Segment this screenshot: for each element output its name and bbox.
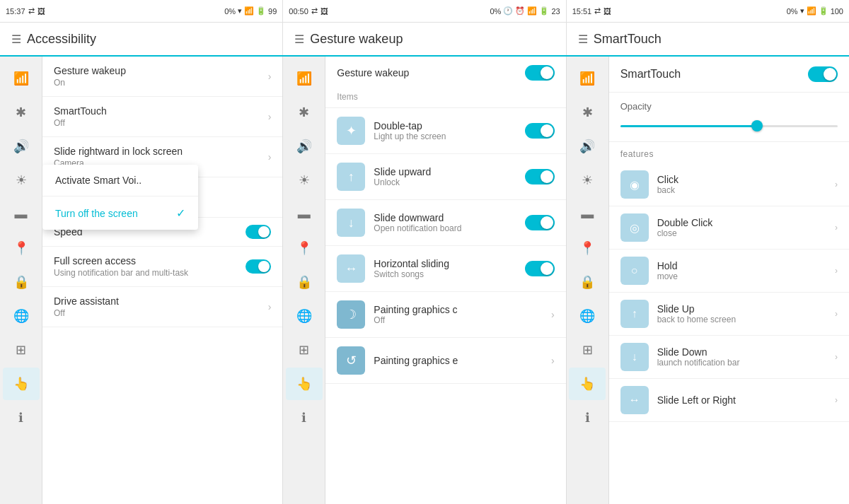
s-sidebar-location[interactable]: 📍 bbox=[569, 232, 606, 264]
g-sidebar-wifi[interactable]: 📶 bbox=[286, 62, 323, 95]
slider-track bbox=[620, 125, 838, 127]
slideup-title: Slide upward bbox=[374, 166, 516, 177]
time-smarttouch: 15:51 bbox=[572, 7, 592, 16]
sidebar-globe[interactable]: 🌐 bbox=[3, 300, 40, 332]
sidebar-location[interactable]: 📍 bbox=[3, 232, 40, 264]
sidebar-info[interactable]: ℹ bbox=[3, 402, 40, 434]
gesture-item-horizontal[interactable]: ↔ Horizontal sliding Switch songs bbox=[325, 246, 565, 292]
status-smarttouch: 15:51 ⇄ 🖼 0% ▾ 📶 🔋 100 bbox=[567, 0, 849, 22]
doubletap-toggle[interactable] bbox=[525, 123, 555, 139]
horizontal-title: Horizontal sliding bbox=[374, 258, 516, 269]
smart-item-slideup[interactable]: ↑ Slide Up back to home screen › bbox=[609, 293, 849, 336]
slider-fill bbox=[620, 125, 762, 127]
hamburger-icon-2[interactable]: ☰ bbox=[294, 33, 304, 46]
smart-item-dblclick[interactable]: ◎ Double Click close › bbox=[609, 206, 849, 250]
sidebar-bluetooth[interactable]: ✱ bbox=[3, 96, 40, 129]
paint-e-arrow: › bbox=[551, 355, 555, 366]
click-icon-box: ◉ bbox=[620, 170, 649, 199]
accessibility-list: Gesture wakeup On › SmartTouch Off › Sli… bbox=[42, 57, 282, 504]
smart-slidedown-icon-box: ↓ bbox=[620, 343, 649, 371]
alarm-icon: ⏰ bbox=[515, 6, 525, 16]
g-sidebar-lock[interactable]: 🔒 bbox=[286, 266, 323, 298]
slidedown-toggle[interactable] bbox=[525, 215, 555, 230]
g-sidebar-globe[interactable]: 🌐 bbox=[286, 300, 323, 332]
gesture-item-doubletap[interactable]: ✦ Double-tap Light up the screen bbox=[325, 108, 565, 154]
g-sidebar-brightness[interactable]: ☀ bbox=[286, 164, 323, 197]
sidebar-brightness[interactable]: ☀ bbox=[3, 164, 40, 197]
gesture-item-paint-c[interactable]: ☽ Painting graphics c Off › bbox=[325, 292, 565, 338]
sidebar-volume[interactable]: 🔊 bbox=[3, 130, 40, 163]
gesture-item-slideup[interactable]: ↑ Slide upward Unlock bbox=[325, 154, 565, 200]
g-sidebar-location[interactable]: 📍 bbox=[286, 232, 323, 264]
horizontal-icon-box: ↔ bbox=[337, 254, 365, 283]
smarttouch-content: SmartTouch Opacity features ◉ Click bac bbox=[609, 57, 849, 504]
opacity-slider[interactable] bbox=[620, 119, 838, 133]
s-sidebar-battery[interactable]: ▬ bbox=[569, 198, 606, 230]
g-sidebar-grid[interactable]: ⊞ bbox=[286, 334, 323, 366]
s-sidebar-volume[interactable]: 🔊 bbox=[569, 130, 606, 163]
s-sidebar-globe[interactable]: 🌐 bbox=[569, 300, 606, 332]
s-sidebar-bluetooth[interactable]: ✱ bbox=[569, 96, 606, 129]
sidebar-gesture[interactable]: 👆 bbox=[3, 368, 40, 400]
g-sidebar-info[interactable]: ℹ bbox=[286, 402, 323, 434]
list-item-drive[interactable]: Drive assistant Off › bbox=[42, 287, 282, 327]
photo-icon: 🖼 bbox=[37, 7, 45, 16]
smart-slidedown-title: Slide Down bbox=[657, 346, 826, 358]
speed-toggle[interactable] bbox=[246, 225, 271, 239]
battery-percent-1: 0% bbox=[224, 7, 236, 16]
battery-num-3: 100 bbox=[831, 7, 843, 16]
panel-smarttouch: 📶 ✱ 🔊 ☀ ▬ 📍 🔒 🌐 ⊞ 👆 ℹ SmartTouch Opacity bbox=[567, 57, 849, 504]
hamburger-icon-3[interactable]: ☰ bbox=[578, 33, 588, 46]
status-gesture: 00:50 ⇄ 🖼 0% 🕐 ⏰ 📶 🔋 23 bbox=[283, 0, 566, 22]
s-sidebar-wifi[interactable]: 📶 bbox=[569, 62, 606, 95]
smart-item-slidelr[interactable]: ↔ Slide Left or Right › bbox=[609, 379, 849, 422]
dropdown-item-turnoff[interactable]: Turn off the screen ✓ bbox=[42, 197, 198, 230]
battery-icon-1: 🔋 bbox=[256, 6, 266, 16]
status-accessibility: 15:37 ⇄ 🖼 0% ▾ 📶 🔋 99 bbox=[0, 0, 283, 22]
sidebar-grid[interactable]: ⊞ bbox=[3, 334, 40, 366]
fullscreen-toggle[interactable] bbox=[246, 259, 271, 274]
g-sidebar-volume[interactable]: 🔊 bbox=[286, 130, 323, 163]
list-item-smarttouch[interactable]: SmartTouch Off › bbox=[42, 97, 282, 137]
s-sidebar-grid[interactable]: ⊞ bbox=[569, 334, 606, 366]
gesture-wakeup-header: Gesture wakeup bbox=[325, 57, 565, 86]
slideup-subtitle: Unlock bbox=[374, 177, 516, 187]
smarttouch-main-toggle[interactable] bbox=[808, 66, 838, 82]
smart-item-hold[interactable]: ○ Hold move › bbox=[609, 250, 849, 293]
photo-icon-2: 🖼 bbox=[320, 7, 328, 16]
opacity-section: Opacity bbox=[609, 93, 849, 142]
hold-icon-box: ○ bbox=[620, 257, 649, 285]
slider-thumb[interactable] bbox=[751, 120, 763, 131]
s-sidebar-gesture[interactable]: 👆 bbox=[569, 368, 606, 400]
horizontal-toggle[interactable] bbox=[525, 261, 555, 276]
paint-e-text: Painting graphics e bbox=[374, 355, 543, 366]
list-item-smarttouch-content: SmartTouch Off bbox=[54, 105, 268, 128]
smart-item-slidedown[interactable]: ↓ Slide Down launch notification bar › bbox=[609, 336, 849, 379]
s-sidebar-info[interactable]: ℹ bbox=[569, 402, 606, 434]
slideup-toggle[interactable] bbox=[525, 169, 555, 184]
g-sidebar-gesture[interactable]: 👆 bbox=[286, 368, 323, 400]
battery-icon-2: 🔋 bbox=[539, 6, 549, 16]
gesture-item-slidedown[interactable]: ↓ Slide downward Open notification board bbox=[325, 200, 565, 246]
list-item-gesture-wakeup[interactable]: Gesture wakeup On › bbox=[42, 57, 282, 97]
dblclick-subtitle: close bbox=[657, 228, 826, 238]
hamburger-icon-1[interactable]: ☰ bbox=[11, 33, 21, 46]
title-text-gesture: Gesture wakeup bbox=[310, 32, 403, 47]
list-item-hold-home[interactable]: Hold the Home button Turn off the screen… bbox=[42, 177, 282, 218]
g-sidebar-battery[interactable]: ▬ bbox=[286, 198, 323, 230]
sidebar-battery[interactable]: ▬ bbox=[3, 198, 40, 230]
slidedown-subtitle: Open notification board bbox=[374, 223, 516, 233]
gesture-item-paint-e[interactable]: ↺ Painting graphics e › bbox=[325, 338, 565, 384]
list-item-fullscreen[interactable]: Full screen access Using notification ba… bbox=[42, 247, 282, 287]
s-sidebar-brightness[interactable]: ☀ bbox=[569, 164, 606, 197]
slidedown-title: Slide downward bbox=[374, 212, 516, 223]
dropdown-item-activate[interactable]: Activate Smart Voi.. bbox=[42, 165, 198, 197]
g-sidebar-bluetooth[interactable]: ✱ bbox=[286, 96, 323, 129]
dblclick-title: Double Click bbox=[657, 217, 826, 228]
s-sidebar-lock[interactable]: 🔒 bbox=[569, 266, 606, 298]
sidebar-lock[interactable]: 🔒 bbox=[3, 266, 40, 298]
sidebar-wifi[interactable]: 📶 bbox=[3, 62, 40, 95]
paint-c-subtitle: Off bbox=[374, 315, 543, 325]
gesture-wakeup-toggle[interactable] bbox=[525, 65, 555, 81]
smart-item-click[interactable]: ◉ Click back › bbox=[609, 163, 849, 206]
